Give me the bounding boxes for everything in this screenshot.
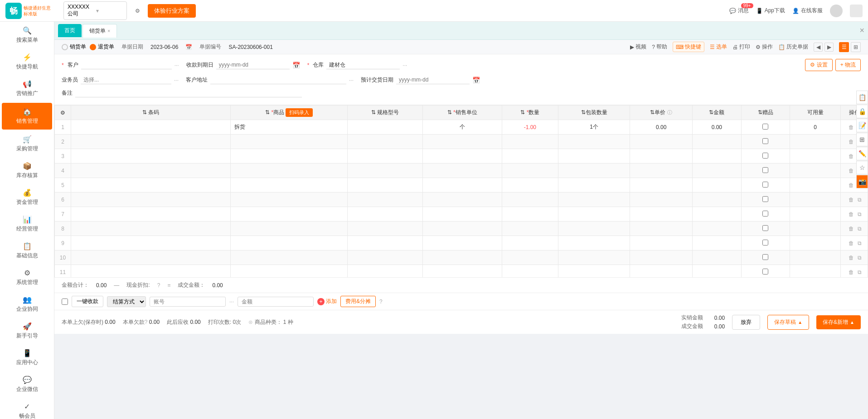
payment-method-select[interactable]: 结算方式 <box>107 296 146 307</box>
gift-checkbox[interactable] <box>762 211 768 217</box>
sidebar-item-sales[interactable]: 🏠 销售管理 <box>2 103 52 130</box>
copy-row-icon[interactable]: ⧉ <box>858 269 862 275</box>
delete-row-icon[interactable]: 🗑 <box>849 226 854 232</box>
row-unit[interactable] <box>422 193 502 207</box>
float-btn-5[interactable]: ✏️ <box>856 147 868 160</box>
addr-dots-icon[interactable]: ··· <box>349 77 354 83</box>
sort-barcode-icon[interactable]: ⇅ <box>142 109 147 116</box>
row-unit[interactable] <box>422 178 502 193</box>
sort-price-icon[interactable]: ⇅ <box>650 109 655 116</box>
row-spec[interactable] <box>348 207 422 222</box>
one-click-payment-checkbox[interactable] <box>62 299 68 305</box>
row-gift[interactable] <box>741 178 790 193</box>
row-spec[interactable] <box>348 236 422 250</box>
row-qty[interactable] <box>502 265 558 278</box>
row-amount[interactable] <box>693 207 742 222</box>
row-pack[interactable]: 1个 <box>558 120 630 135</box>
prev-page-icon[interactable]: ◀ <box>814 43 823 52</box>
tab-home[interactable]: 首页 <box>58 24 82 37</box>
table-scroll-area[interactable]: ⚙ ⇅ 条码 ⇅ *商品 扫码录入 ⇅ 规格型号 ⇅ <box>54 105 868 277</box>
delete-row-icon[interactable]: 🗑 <box>849 153 854 159</box>
row-product[interactable] <box>231 178 348 193</box>
trial-button[interactable]: 体验行业方案 <box>148 4 196 18</box>
row-barcode[interactable] <box>71 149 231 164</box>
row-price[interactable] <box>630 207 693 222</box>
sidebar-item-operations[interactable]: 📊 经营管理 <box>0 211 54 237</box>
select-order-btn[interactable]: ☰ 选单 <box>710 43 727 51</box>
row-gift[interactable] <box>741 207 790 222</box>
row-unit[interactable] <box>422 250 502 265</box>
customer-addr-input[interactable] <box>210 76 346 84</box>
row-qty[interactable] <box>502 207 558 222</box>
row-product[interactable] <box>231 265 348 278</box>
row-pack[interactable] <box>558 265 630 278</box>
float-btn-3[interactable]: 📝 <box>856 119 868 132</box>
row-barcode[interactable] <box>71 120 231 135</box>
sidebar-item-member[interactable]: ✓ 畅会员 <box>0 398 54 419</box>
row-pack[interactable] <box>558 135 630 149</box>
th-settings[interactable]: ⚙ <box>55 106 71 120</box>
sort-amount-icon[interactable]: ⇅ <box>709 109 713 116</box>
sort-qty-icon[interactable]: ⇅ <box>520 109 525 116</box>
row-qty[interactable] <box>502 178 558 193</box>
sidebar-item-appcenter[interactable]: 📱 应用中心 <box>0 344 54 371</box>
row-barcode[interactable] <box>71 222 231 236</box>
row-price[interactable] <box>630 178 693 193</box>
row-spec[interactable] <box>348 222 422 236</box>
gift-checkbox[interactable] <box>762 240 768 246</box>
tab-sales-order[interactable]: 销货单 × <box>82 24 117 38</box>
float-btn-7[interactable]: 📸 <box>856 175 868 188</box>
avatar[interactable] <box>830 5 843 17</box>
next-page-icon[interactable]: ▶ <box>824 43 834 52</box>
row-pack[interactable] <box>558 193 630 207</box>
payment-account-input[interactable] <box>150 297 226 307</box>
row-unit[interactable]: 个 <box>422 120 502 135</box>
copy-row-icon[interactable]: ⧉ <box>858 255 862 261</box>
help-btn[interactable]: ? 帮助 <box>652 43 667 51</box>
radio-return-order[interactable]: 退货单 <box>90 43 114 51</box>
float-btn-2[interactable]: 🔒 <box>856 105 868 118</box>
discount-help-icon[interactable]: ? <box>157 282 160 289</box>
save-new-button[interactable]: 保存&新增 ▲ <box>816 315 861 329</box>
delete-row-icon[interactable]: 🗑 <box>849 211 854 217</box>
avatar-dropdown[interactable] <box>850 5 863 17</box>
row-product[interactable] <box>231 193 348 207</box>
row-price[interactable] <box>630 222 693 236</box>
float-btn-6[interactable]: ☆ <box>856 161 868 174</box>
row-qty[interactable] <box>502 149 558 164</box>
calendar-payment-icon[interactable]: 📅 <box>292 62 300 69</box>
tab-close-icon[interactable]: × <box>107 28 110 34</box>
row-price[interactable] <box>630 193 693 207</box>
row-gift[interactable] <box>741 250 790 265</box>
sidebar-item-finance[interactable]: 💰 资金管理 <box>0 184 54 211</box>
row-unit[interactable] <box>422 222 502 236</box>
copy-row-icon[interactable]: ⧉ <box>858 211 862 217</box>
row-barcode[interactable] <box>71 207 231 222</box>
row-unit[interactable] <box>422 207 502 222</box>
add-payment-btn[interactable]: + 添加 <box>317 298 337 305</box>
operation-btn[interactable]: ⚙ 操作 <box>756 43 773 51</box>
float-btn-4[interactable]: ⊞ <box>856 133 868 146</box>
radio-sales-order[interactable]: 销货单 <box>62 43 86 51</box>
list-view-btn[interactable]: ☰ <box>839 42 849 52</box>
row-pack[interactable] <box>558 164 630 178</box>
row-pack[interactable] <box>558 222 630 236</box>
calendar-icon[interactable]: 📅 <box>185 44 192 50</box>
row-spec[interactable] <box>348 120 422 135</box>
row-price[interactable] <box>630 149 693 164</box>
account-dots-icon[interactable]: ··· <box>229 299 234 305</box>
row-amount[interactable] <box>693 193 742 207</box>
row-spec[interactable] <box>348 164 422 178</box>
row-unit[interactable] <box>422 135 502 149</box>
video-help-btn[interactable]: ▶ 视频 <box>630 43 646 51</box>
row-barcode[interactable] <box>71 193 231 207</box>
gift-checkbox[interactable] <box>762 196 768 202</box>
copy-row-icon[interactable]: ⧉ <box>858 197 862 203</box>
sidebar-item-system[interactable]: ⚙ 系统管理 <box>0 264 54 291</box>
message-button[interactable]: 💬 消息 99+ <box>729 7 749 14</box>
sort-pack-icon[interactable]: ⇅ <box>581 109 586 116</box>
row-price[interactable] <box>630 250 693 265</box>
sort-product-icon[interactable]: ⇅ <box>265 109 270 116</box>
print-btn[interactable]: 🖨 打印 <box>732 43 750 51</box>
calendar-expected-icon[interactable]: 📅 <box>472 77 480 84</box>
